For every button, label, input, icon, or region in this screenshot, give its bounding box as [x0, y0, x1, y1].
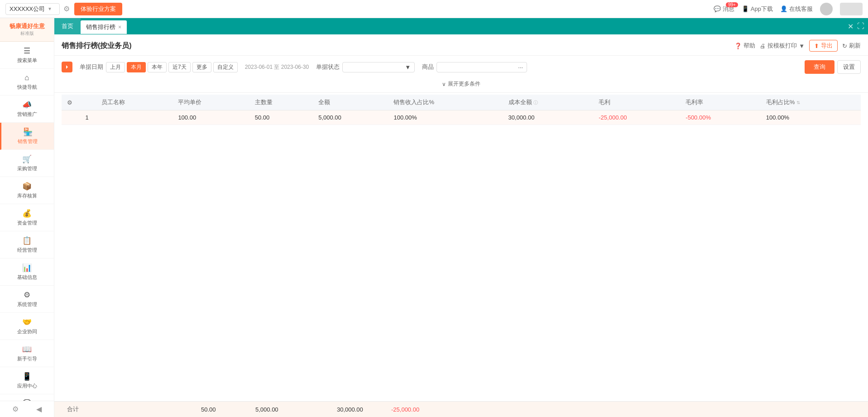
expand-conditions-button[interactable]: ∨ 展开更多条件 [442, 80, 480, 88]
sidebar-item-wechat[interactable]: 💬 企业微信 [0, 394, 54, 401]
status-label: 单据状态 [316, 63, 340, 71]
goods-input[interactable]: ··· [436, 62, 527, 72]
sidebar-item-label: 营销推广 [17, 111, 37, 118]
sidebar-item-label: 企业协同 [17, 328, 37, 335]
col-settings[interactable]: ⚙ [62, 95, 78, 110]
close-window-icon[interactable]: ✕ [848, 22, 854, 31]
col-amount: 全额 [313, 95, 388, 110]
row-settings-cell [62, 110, 78, 125]
sidebar-item-label: 资金管理 [17, 220, 37, 226]
print-dropdown-icon: ▼ [799, 43, 805, 49]
export-label: 导出 [821, 42, 833, 50]
print-label: 按模板打印 [767, 42, 797, 50]
period-btn-more[interactable]: 更多 [192, 62, 211, 72]
tab-home[interactable]: 首页 [54, 18, 81, 34]
row-name-cell [96, 110, 173, 125]
period-btn-this-month[interactable]: 本月 [127, 62, 146, 72]
status-dropdown[interactable]: ▼ [342, 62, 415, 72]
sidebar-item-system[interactable]: ⚙ 系统管理 [0, 286, 54, 313]
user-avatar[interactable] [820, 3, 833, 15]
period-btn-prev-month[interactable]: 上月 [106, 62, 125, 72]
sidebar-item-quick-nav[interactable]: ⌂ 快捷导航 [0, 69, 54, 96]
page-content: 销售排行榜(按业务员) ❓ 帮助 🖨 按模板打印 ▼ ⬆ [54, 34, 868, 417]
sidebar-collapse-icon[interactable]: ◀ [36, 405, 42, 413]
period-btn-7days[interactable]: 近7天 [168, 62, 191, 72]
sidebar-item-search-orders[interactable]: ☰ 搜索菜单 [0, 42, 54, 69]
app-icon: 📱 [742, 5, 749, 12]
sidebar-item-app-center[interactable]: 📱 应用中心 [0, 367, 54, 394]
top-bar: XXXXXX公司 ▼ ⚙ 体验行业方案 💬 消息 99+ 📱 App下载 👤 在… [0, 0, 868, 18]
date-range-text: 2023-06-01 至 2023-06-30 [245, 63, 309, 71]
tab-label: 销售排行榜 [86, 23, 115, 31]
header-actions: ❓ 帮助 🖨 按模板打印 ▼ ⬆ 导出 ↻ [734, 40, 861, 52]
user-avatar-2[interactable] [840, 3, 863, 15]
app-download-button[interactable]: 📱 App下载 [742, 5, 773, 13]
period-btn-this-year[interactable]: 本年 [148, 62, 167, 72]
export-button[interactable]: ⬆ 导出 [809, 40, 838, 52]
topbar-settings-icon[interactable]: ⚙ [63, 5, 70, 13]
row-cost-cell: 30,000.00 [503, 110, 594, 125]
sidebar-item-label: 搜索菜单 [17, 57, 37, 64]
message-badge: 99+ [726, 2, 738, 7]
sidebar-item-inventory[interactable]: 📦 库存核算 [0, 177, 54, 204]
sidebar-bottom: ⚙ ◀ [0, 401, 54, 417]
table-settings-button[interactable]: 设置 [837, 60, 861, 74]
guide-icon: 📖 [22, 345, 32, 354]
app-center-icon: 📱 [22, 372, 32, 381]
col-rank [78, 95, 96, 110]
help-button[interactable]: ❓ 帮助 [734, 42, 755, 50]
message-button[interactable]: 💬 消息 99+ [714, 5, 734, 13]
sidebar-item-label: 采购管理 [17, 165, 37, 172]
period-btn-custom[interactable]: 自定义 [213, 62, 238, 72]
data-table-wrapper: ⚙ 员工名称 平均单价 主数量 [54, 93, 868, 401]
main-area: 畅康通好生意 标准版 ☰ 搜索菜单 ⌂ 快捷导航 📣 营销推广 🏪 [0, 18, 868, 417]
refresh-icon: ↻ [842, 43, 847, 49]
table-body: 1 100.00 50.00 5,000.00 100.00% 30,000.0… [62, 110, 861, 125]
cost-info-icon: ⓘ [533, 100, 538, 105]
col-employee-name: 员工名称 [96, 95, 173, 110]
sidebar-item-basic-info[interactable]: 📊 基础信息 [0, 259, 54, 286]
refresh-button[interactable]: ↻ 刷新 [842, 42, 861, 50]
sidebar-item-sales[interactable]: 🏪 销售管理 [0, 123, 54, 150]
expand-window-icon[interactable]: ⛶ [857, 22, 864, 30]
sidebar-item-label: 应用中心 [17, 383, 37, 389]
online-service-button[interactable]: 👤 在线客服 [780, 5, 813, 13]
footer-qty: 50.00 [201, 406, 246, 413]
tab-close-icon[interactable]: × [118, 24, 121, 30]
sidebar-settings-icon[interactable]: ⚙ [12, 405, 19, 413]
system-icon: ⚙ [24, 290, 30, 300]
filter-expand-row: ∨ 展开更多条件 [62, 77, 861, 88]
col-cost: 成本全额 ⓘ [503, 95, 594, 110]
company-dropdown-arrow: ▼ [48, 6, 52, 11]
row-gross-pct-cell: 100.00% [761, 110, 861, 125]
date-filter: 单据日期 上月 本月 本年 近7天 更多 自定义 [80, 62, 238, 72]
sales-ranking-table: ⚙ 员工名称 平均单价 主数量 [62, 95, 861, 125]
sidebar-item-label: 销售管理 [18, 138, 38, 145]
row-avg-price-cell: 100.00 [173, 110, 249, 125]
sidebar-item-operations[interactable]: 📋 经营管理 [0, 231, 54, 259]
company-selector[interactable]: XXXXXX公司 ▼ [5, 3, 60, 15]
inventory-icon: 📦 [22, 182, 32, 191]
sidebar-item-marketing[interactable]: 📣 营销推广 [0, 96, 54, 123]
sidebar-item-collab[interactable]: 🤝 企业协同 [0, 313, 54, 340]
sidebar-item-label: 快捷导航 [17, 84, 37, 91]
purchase-icon: 🛒 [22, 154, 32, 164]
print-button[interactable]: 🖨 按模板打印 ▼ [760, 42, 805, 50]
sidebar-item-guide[interactable]: 📖 新手引导 [0, 340, 54, 367]
query-actions: 查询 设置 [805, 60, 861, 74]
gross-pct-sort-icon: ⇅ [796, 100, 800, 105]
row-amount-cell: 5,000.00 [313, 110, 388, 125]
sidebar: 畅康通好生意 标准版 ☰ 搜索菜单 ⌂ 快捷导航 📣 营销推广 🏪 [0, 18, 54, 417]
footer-gross: -25,000.00 [391, 406, 436, 413]
experience-button[interactable]: 体验行业方案 [74, 3, 122, 15]
tab-sales-ranking[interactable]: 销售排行榜 × [81, 20, 127, 34]
sidebar-item-purchase[interactable]: 🛒 采购管理 [0, 150, 54, 177]
collapse-arrow-icon [64, 64, 70, 70]
row-rank-cell: 1 [78, 110, 96, 125]
filter-collapse-button[interactable] [62, 62, 72, 72]
query-button[interactable]: 查询 [805, 60, 834, 74]
filter-row: 单据日期 上月 本月 本年 近7天 更多 自定义 [62, 60, 861, 74]
brand-name: 畅康通好生意 [5, 23, 49, 30]
sidebar-item-finance[interactable]: 💰 资金管理 [0, 204, 54, 231]
online-service-label: 在线客服 [789, 5, 813, 13]
